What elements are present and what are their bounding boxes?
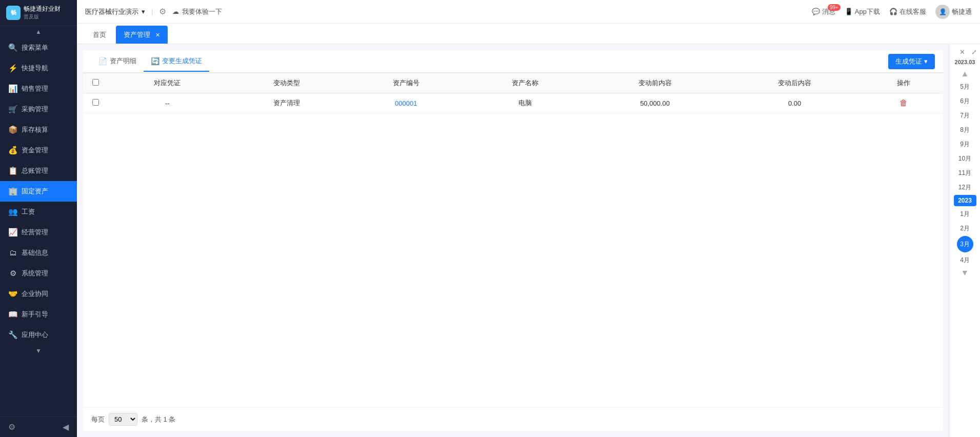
sidebar-item-sys-mgmt-label: 系统管理	[22, 269, 48, 278]
sidebar-settings-icon[interactable]: ⚙	[8, 422, 15, 432]
logo-sub: 普及版	[24, 13, 61, 21]
fund-icon: 💰	[8, 146, 17, 155]
row-delete-button[interactable]: 🗑	[899, 98, 908, 108]
sub-tabs: 📄 资产明细 🔄 变更生成凭证 生成凭证 ▾	[83, 50, 943, 73]
sidebar-menu: ▲ 🔍 搜索菜单 ⚡ 快捷导航 📊 销售管理 🛒 采购管理 📦 库存核算 💰 资…	[0, 26, 77, 416]
experience-btn[interactable]: ☁ 我要体验一下	[172, 7, 222, 16]
sidebar-item-app-center-label: 应用中心	[22, 330, 48, 340]
cal-month-4[interactable]: 4月	[954, 253, 976, 267]
sidebar-item-guide[interactable]: 📖 新手引导	[0, 304, 77, 325]
cal-month-3[interactable]: 3月	[957, 236, 973, 252]
generate-voucher-button[interactable]: 生成凭证 ▾	[888, 54, 935, 69]
ledger-icon: 📋	[8, 166, 17, 175]
scroll-up-arrow[interactable]: ▲	[35, 28, 42, 35]
tab-asset-mgmt-close[interactable]: ✕	[155, 32, 160, 38]
sidebar-item-search-label: 搜索菜单	[22, 43, 48, 52]
message-btn[interactable]: 💬 消息 99+	[812, 7, 835, 16]
sidebar-collapse-icon[interactable]: ◀	[63, 422, 69, 432]
service-btn[interactable]: 🎧 在线客服	[889, 7, 926, 16]
sidebar-item-operations[interactable]: 📈 经营管理	[0, 222, 77, 243]
sidebar-item-payroll-label: 工资	[22, 207, 35, 216]
sidebar-item-payroll[interactable]: 👥 工资	[0, 202, 77, 222]
generate-dropdown-icon: ▾	[924, 57, 928, 65]
sidebar-item-purchase[interactable]: 🛒 采购管理	[0, 99, 77, 120]
message-icon: 💬	[812, 8, 820, 15]
calendar-close-icon[interactable]: ✕	[956, 46, 968, 58]
sidebar-item-fund-label: 资金管理	[22, 146, 48, 155]
app-label: App下载	[855, 7, 880, 16]
company-selector[interactable]: 医疗器械行业演示 ▾	[85, 7, 145, 16]
inventory-icon: 📦	[8, 125, 17, 134]
table-header-asset-code: 资产编号	[346, 73, 466, 93]
user-label: 畅捷通	[952, 7, 972, 16]
user-btn[interactable]: 👤 畅捷通	[935, 5, 972, 19]
purchase-icon: 🛒	[8, 105, 17, 114]
tab-home[interactable]: 首页	[85, 26, 114, 44]
search-icon: 🔍	[8, 43, 17, 52]
logo-icon: 畅	[6, 6, 21, 20]
sidebar-item-enterprise[interactable]: 🤝 企业协同	[0, 284, 77, 304]
sidebar: 畅 畅捷通好业财 普及版 ▲ 🔍 搜索菜单 ⚡ 快捷导航 📊 销售管理 🛒 采购…	[0, 0, 77, 437]
sidebar-item-fixed-assets[interactable]: 🏢 固定资产	[0, 181, 77, 202]
service-icon: 🎧	[889, 8, 897, 15]
sidebar-item-purchase-label: 采购管理	[22, 105, 48, 114]
sidebar-item-guide-label: 新手引导	[22, 310, 48, 319]
cal-month-1[interactable]: 1月	[954, 207, 976, 221]
cloud-icon: ☁	[172, 8, 179, 15]
logo-name: 畅捷通好业财	[24, 5, 61, 13]
calendar-months: ▲ 5月 6月 7月 8月 9月 10月 11月 12月 2023 1月 2月 …	[950, 68, 980, 279]
app-icon: 📱	[845, 8, 853, 15]
sidebar-item-quick-nav[interactable]: ⚡ 快捷导航	[0, 58, 77, 78]
sidebar-item-inventory[interactable]: 📦 库存核算	[0, 120, 77, 140]
topbar-gear-icon[interactable]: ⚙	[159, 7, 166, 16]
sidebar-logo: 畅 畅捷通好业财 普及版	[0, 0, 77, 26]
tab-asset-mgmt[interactable]: 资产管理 ✕	[116, 26, 168, 44]
cal-month-8[interactable]: 8月	[954, 123, 976, 136]
sub-tab-asset-list[interactable]: 📄 资产明细	[91, 51, 144, 72]
cal-month-6[interactable]: 6月	[954, 94, 976, 108]
main-panel: 📄 资产明细 🔄 变更生成凭证 生成凭证 ▾	[83, 50, 943, 431]
message-badge: 99+	[828, 4, 841, 11]
per-page-select[interactable]: 50 10 20 100	[109, 413, 137, 426]
select-all-checkbox[interactable]	[92, 79, 99, 86]
nav-tabs: 首页 资产管理 ✕	[77, 24, 980, 44]
sales-icon: 📊	[8, 84, 17, 93]
topbar-separator: |	[151, 8, 153, 15]
sidebar-item-ledger[interactable]: 📋 总账管理	[0, 161, 77, 181]
row-checkbox-cell	[83, 93, 108, 113]
cal-month-9[interactable]: 9月	[954, 137, 976, 151]
generate-voucher-label: 生成凭证	[895, 57, 922, 66]
sidebar-item-fund[interactable]: 💰 资金管理	[0, 140, 77, 161]
table-header-before: 变动前内容	[585, 73, 725, 93]
sidebar-item-app-center[interactable]: 🔧 应用中心	[0, 325, 77, 345]
cal-month-12[interactable]: 12月	[954, 181, 976, 194]
row-checkbox[interactable]	[92, 99, 99, 106]
cal-year-label[interactable]: 2023	[954, 195, 976, 206]
calendar-next-arrow[interactable]: ▼	[961, 268, 969, 277]
calendar-prev-arrow[interactable]: ▲	[961, 69, 969, 78]
scroll-down-arrow[interactable]: ▼	[35, 347, 42, 354]
calendar-expand-icon[interactable]: ⤢	[968, 46, 980, 58]
sub-tab-change-voucher-label: 变更生成凭证	[162, 56, 202, 66]
cal-month-7[interactable]: 7月	[954, 109, 976, 122]
sidebar-item-sales[interactable]: 📊 销售管理	[0, 78, 77, 99]
company-dropdown-icon: ▾	[142, 8, 145, 15]
sub-tab-change-voucher[interactable]: 🔄 变更生成凭证	[144, 51, 209, 72]
cal-month-10[interactable]: 10月	[954, 152, 976, 165]
cal-month-11[interactable]: 11月	[954, 166, 976, 180]
sidebar-item-basic-info[interactable]: 🗂 基础信息	[0, 243, 77, 263]
row-voucher: --	[108, 93, 227, 113]
basic-info-icon: 🗂	[8, 248, 17, 257]
row-after: 0.00	[725, 93, 865, 113]
cal-month-5[interactable]: 5月	[954, 80, 976, 93]
data-table: 对应凭证 变动类型 资产编号 资产名称 变动前内容 变动后内容 操作	[83, 73, 943, 113]
table-header-checkbox	[83, 73, 108, 93]
row-asset-code: 000001	[346, 93, 466, 113]
app-download-btn[interactable]: 📱 App下载	[845, 7, 880, 16]
page-content: 📄 资产明细 🔄 变更生成凭证 生成凭证 ▾	[77, 44, 980, 437]
sidebar-item-search[interactable]: 🔍 搜索菜单	[0, 37, 77, 58]
cal-month-2[interactable]: 2月	[954, 222, 976, 235]
topbar-right: 💬 消息 99+ 📱 App下载 🎧 在线客服 👤 畅捷通	[812, 5, 972, 19]
sidebar-item-sys-mgmt[interactable]: ⚙ 系统管理	[0, 263, 77, 284]
row-action-cell: 🗑	[865, 93, 943, 113]
